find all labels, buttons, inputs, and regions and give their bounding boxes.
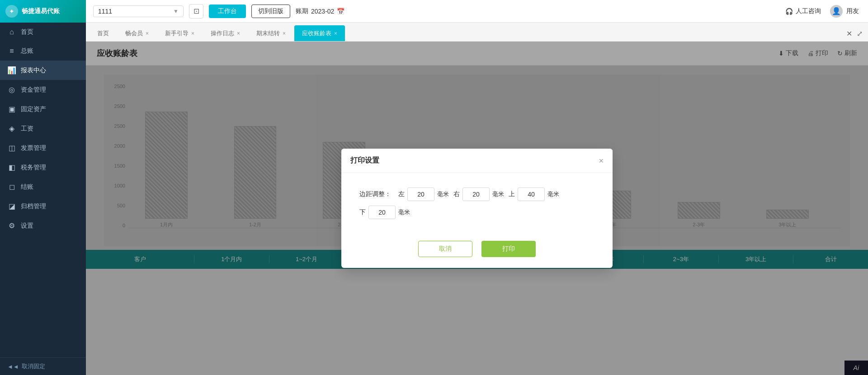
funds-icon: ◎ bbox=[7, 85, 16, 94]
right-margin-group: 右 毫米 bbox=[453, 188, 504, 201]
sidebar-item-reports[interactable]: 📊 报表中心 bbox=[0, 61, 86, 80]
left-margin-group: 左 毫米 bbox=[398, 188, 449, 201]
dropdown-arrow-icon: ▼ bbox=[173, 8, 179, 14]
copy-button[interactable]: ⊡ bbox=[189, 4, 203, 19]
tab-member-label: 畅会员 bbox=[125, 29, 143, 38]
sidebar-item-home[interactable]: ⌂ 首页 bbox=[0, 23, 86, 42]
sidebar-item-assets[interactable]: ▣ 固定资产 bbox=[0, 99, 86, 119]
modal-close-button[interactable]: × bbox=[599, 157, 604, 165]
content-area: 首页 畅会员 × 新手引导 × 操作日志 × 期末结转 × 应收账龄表 × bbox=[86, 23, 868, 375]
payroll-icon: ◈ bbox=[7, 124, 16, 133]
period-label: 账期 bbox=[296, 7, 308, 15]
top-direction-label: 上 bbox=[509, 190, 515, 198]
top-unit-label: 毫米 bbox=[547, 190, 559, 198]
top-margin-group: 上 毫米 bbox=[509, 188, 559, 201]
bottom-unit-label: 毫米 bbox=[398, 208, 410, 216]
tab-guide[interactable]: 新手引导 × bbox=[157, 25, 202, 41]
sidebar-item-tax[interactable]: ◧ 税务管理 bbox=[0, 158, 86, 177]
page-content: 应收账龄表 ⬇ 下载 🖨 打印 ↻ 刷新 bbox=[86, 42, 868, 375]
headset-icon: 🎧 bbox=[785, 8, 793, 15]
margin-form-row: 边距调整： 左 毫米 右 毫米 bbox=[359, 188, 594, 219]
tab-expand-icon[interactable]: ⤢ bbox=[857, 29, 863, 38]
top-header: ✦ 畅捷通易代账 1111 ▼ ⊡ 工作台 切到旧版 账期 2023-02 📅 … bbox=[0, 0, 868, 23]
sidebar-item-settings[interactable]: ⚙ 设置 bbox=[0, 216, 86, 235]
sidebar-label-assets: 固定资产 bbox=[21, 105, 46, 113]
sidebar-item-invoice[interactable]: ◫ 发票管理 bbox=[0, 138, 86, 158]
sidebar-footer-label: 取消固定 bbox=[22, 362, 45, 370]
sidebar-item-archive[interactable]: ◪ 归档管理 bbox=[0, 197, 86, 216]
tab-period-end-close[interactable]: × bbox=[283, 30, 286, 37]
main-layout: ⌂ 首页 ≡ 总账 📊 报表中心 ◎ 资金管理 ▣ 固定资产 ◈ 工资 bbox=[0, 23, 868, 375]
sidebar-scroll: ⌂ 首页 ≡ 总账 📊 报表中心 ◎ 资金管理 ▣ 固定资产 ◈ 工资 bbox=[0, 23, 86, 357]
modal-title: 打印设置 bbox=[350, 156, 379, 165]
switch-version-button[interactable]: 切到旧版 bbox=[251, 5, 290, 18]
bottom-margin-input[interactable] bbox=[368, 206, 396, 219]
sidebar-footer[interactable]: ◄◄ 取消固定 bbox=[0, 357, 86, 375]
sidebar-label-home: 首页 bbox=[21, 28, 33, 36]
sidebar-label-archive: 归档管理 bbox=[21, 202, 46, 211]
home-icon: ⌂ bbox=[7, 28, 16, 36]
period-value: 2023-02 bbox=[311, 8, 334, 15]
sidebar-label-tax: 税务管理 bbox=[21, 164, 46, 172]
consult-button[interactable]: 🎧 人工咨询 bbox=[785, 7, 821, 15]
sidebar-item-payroll[interactable]: ◈ 工资 bbox=[0, 119, 86, 138]
period-area: 账期 2023-02 📅 bbox=[296, 7, 344, 15]
logo-area: ✦ 畅捷通易代账 bbox=[0, 0, 86, 23]
settings-icon: ⚙ bbox=[7, 221, 16, 230]
user-avatar: 👤 bbox=[830, 5, 843, 18]
left-unit-label: 毫米 bbox=[437, 190, 449, 198]
consult-label: 人工咨询 bbox=[796, 7, 821, 15]
tab-bar-actions: ✕ ⤢ bbox=[846, 29, 863, 38]
assets-icon: ▣ bbox=[7, 105, 16, 113]
tab-guide-close[interactable]: × bbox=[191, 30, 194, 37]
tab-close-all-icon[interactable]: ✕ bbox=[846, 29, 852, 38]
header-right: 🎧 人工咨询 👤 用友 bbox=[785, 5, 868, 18]
cancel-button[interactable]: 取消 bbox=[418, 241, 472, 257]
tab-member-close[interactable]: × bbox=[146, 30, 149, 37]
company-name: 1111 bbox=[98, 8, 170, 15]
company-selector[interactable]: 1111 ▼ bbox=[93, 5, 184, 17]
sidebar-item-funds[interactable]: ◎ 资金管理 bbox=[0, 80, 86, 99]
logo-icon: ✦ bbox=[5, 5, 18, 18]
invoice-icon: ◫ bbox=[7, 144, 16, 152]
tab-bar: 首页 畅会员 × 新手引导 × 操作日志 × 期末结转 × 应收账龄表 × bbox=[86, 23, 868, 42]
modal-overlay[interactable]: 打印设置 × 边距调整： 左 毫米 右 bbox=[86, 42, 868, 375]
tab-oplog[interactable]: 操作日志 × bbox=[203, 25, 248, 41]
pin-icon: ◄◄ bbox=[7, 363, 19, 370]
modal-body: 边距调整： 左 毫米 右 毫米 bbox=[341, 173, 613, 234]
sidebar-label-reports: 报表中心 bbox=[21, 66, 46, 75]
right-direction-label: 右 bbox=[453, 190, 460, 198]
tab-oplog-label: 操作日志 bbox=[211, 29, 234, 38]
sidebar-label-settle: 结账 bbox=[21, 183, 33, 191]
top-margin-input[interactable] bbox=[518, 188, 545, 201]
margin-label: 边距调整： bbox=[359, 190, 391, 198]
print-confirm-button[interactable]: 打印 bbox=[481, 241, 536, 257]
bottom-direction-label: 下 bbox=[359, 208, 366, 216]
sidebar-item-ledger[interactable]: ≡ 总账 bbox=[0, 42, 86, 61]
sidebar-item-settle[interactable]: ◻ 结账 bbox=[0, 177, 86, 197]
tab-period-end-label: 期末结转 bbox=[256, 29, 280, 38]
user-area[interactable]: 👤 用友 bbox=[830, 5, 859, 18]
archive-icon: ◪ bbox=[7, 202, 16, 211]
right-margin-input[interactable] bbox=[462, 188, 490, 201]
left-margin-input[interactable] bbox=[407, 188, 434, 201]
tax-icon: ◧ bbox=[7, 163, 16, 172]
tab-home[interactable]: 首页 bbox=[90, 25, 117, 41]
reports-icon: 📊 bbox=[7, 66, 16, 75]
tab-ar-aging[interactable]: 应收账龄表 × bbox=[294, 25, 345, 41]
calendar-icon[interactable]: 📅 bbox=[337, 8, 344, 15]
modal-footer: 取消 打印 bbox=[341, 234, 613, 268]
sidebar-label-funds: 资金管理 bbox=[21, 86, 46, 94]
header-main: 1111 ▼ ⊡ 工作台 切到旧版 账期 2023-02 📅 bbox=[86, 4, 785, 19]
tab-member[interactable]: 畅会员 × bbox=[118, 25, 156, 41]
sidebar-label-ledger: 总账 bbox=[21, 47, 33, 55]
modal-header: 打印设置 × bbox=[341, 149, 613, 173]
tab-period-end[interactable]: 期末结转 × bbox=[249, 25, 293, 41]
tab-ar-aging-label: 应收账龄表 bbox=[302, 29, 331, 38]
settle-icon: ◻ bbox=[7, 183, 16, 191]
workbench-button[interactable]: 工作台 bbox=[209, 5, 246, 18]
tab-ar-aging-close[interactable]: × bbox=[334, 30, 337, 37]
sidebar-label-settings: 设置 bbox=[21, 222, 33, 230]
tab-oplog-close[interactable]: × bbox=[237, 30, 240, 37]
sidebar: ⌂ 首页 ≡ 总账 📊 报表中心 ◎ 资金管理 ▣ 固定资产 ◈ 工资 bbox=[0, 23, 86, 375]
